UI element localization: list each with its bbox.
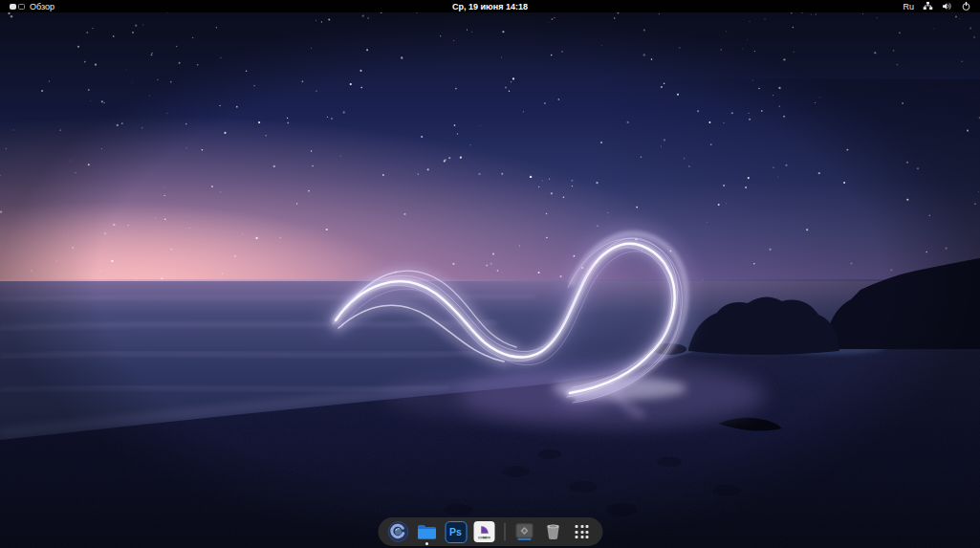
trash-icon bbox=[542, 520, 565, 543]
desktop: Обзор Ср, 19 июня 14:18 Ru bbox=[0, 0, 980, 548]
keyboard-layout-indicator: Ru bbox=[903, 2, 914, 11]
top-bar: Обзор Ср, 19 июня 14:18 Ru bbox=[0, 0, 980, 12]
clock-button[interactable]: Ср, 19 июня 14:18 bbox=[446, 0, 534, 12]
workspace-indicator-icon bbox=[10, 4, 25, 10]
photoshop-icon: Ps bbox=[445, 521, 467, 543]
dock-app-photoshop[interactable]: Ps bbox=[443, 519, 468, 545]
desktop-wallpaper[interactable] bbox=[0, 12, 980, 548]
dock-separator bbox=[504, 523, 505, 540]
activities-label: Обзор bbox=[30, 2, 54, 11]
dock-show-apps[interactable] bbox=[569, 519, 595, 545]
power-icon bbox=[961, 1, 971, 11]
dock-app-graphics[interactable] bbox=[471, 519, 497, 545]
activities-button[interactable]: Обзор bbox=[5, 0, 59, 12]
running-indicator bbox=[425, 542, 428, 545]
vignette bbox=[0, 12, 980, 548]
volume-icon bbox=[942, 1, 952, 11]
dock-app-browser[interactable] bbox=[385, 519, 411, 545]
dock: Ps bbox=[378, 517, 602, 546]
dock-app-files[interactable] bbox=[414, 519, 440, 545]
browser-icon bbox=[387, 520, 410, 543]
dock-app-boxes[interactable] bbox=[512, 519, 537, 545]
dock-trash[interactable] bbox=[540, 519, 566, 545]
purple-graphics-app-icon bbox=[474, 521, 495, 542]
quick-settings-button[interactable]: Ru bbox=[899, 0, 975, 12]
show-apps-icon bbox=[576, 525, 589, 538]
boxes-app-icon bbox=[513, 520, 536, 543]
network-wired-icon bbox=[923, 1, 933, 11]
files-folder-icon bbox=[416, 520, 439, 543]
